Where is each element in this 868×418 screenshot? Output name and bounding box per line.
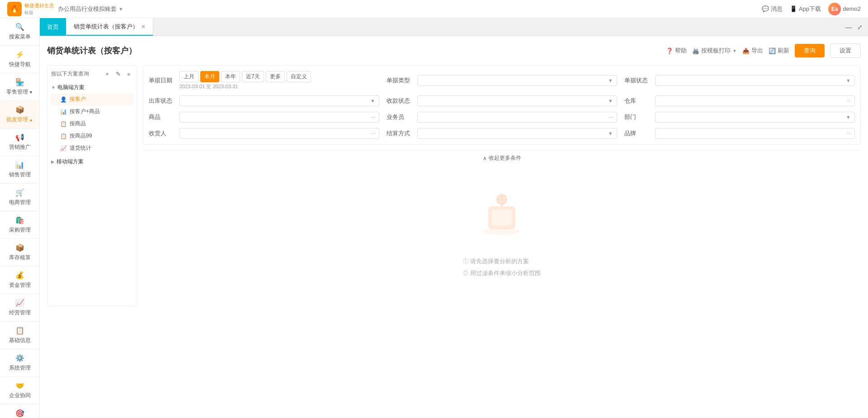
scheme-collapse-button[interactable]: « <box>124 69 133 78</box>
brand-ellipsis-icon: ··· <box>847 131 851 136</box>
salesperson-input[interactable]: ··· <box>417 112 617 123</box>
settlement-input[interactable]: ▼ <box>417 128 617 139</box>
sidebar-item-retail[interactable]: 🏪 零售管理 ▼ <box>0 73 39 101</box>
consignee-input[interactable]: ··· <box>179 128 379 139</box>
quick-nav-icon: ⚡ <box>15 50 24 59</box>
export-button[interactable]: 📤 导出 <box>742 47 763 55</box>
scheme-item-returns[interactable]: 📈 退货统计 <box>51 142 133 154</box>
sidebar-item-quick-nav[interactable]: ⚡ 快捷导航 <box>0 46 39 73</box>
salesperson-ellipsis-icon: ··· <box>609 114 613 120</box>
sidebar-item-ecommerce[interactable]: 🛒 电商管理 <box>0 184 39 211</box>
scheme-edit-button[interactable]: ✎ <box>113 69 123 78</box>
wholesale-icon: 📦 <box>15 105 24 114</box>
print-button[interactable]: 🖨️ 按模板打印 ▼ <box>692 47 737 55</box>
goods-ellipsis-icon: ··· <box>371 114 375 120</box>
date-btn-more[interactable]: 更多 <box>266 71 285 82</box>
svg-point-3 <box>496 194 507 205</box>
doc-type-arrow-icon: ▼ <box>608 78 613 83</box>
sidebar-item-inventory[interactable]: 📦 库存核算 <box>0 239 39 266</box>
current-tab-label: 销货单统计表（按客户） <box>74 23 138 31</box>
filter-row-salesperson: 业务员 ··· <box>387 112 617 123</box>
settings-button[interactable]: 设置 <box>830 43 861 58</box>
sidebar-item-collab[interactable]: 🤝 企业协同 <box>0 377 39 404</box>
sidebar-finance-label: 资金管理 <box>9 281 31 289</box>
date-btn-last-month[interactable]: 上月 <box>179 71 198 82</box>
sidebar-item-newbie[interactable]: 🎯 新手引导 <box>0 404 39 418</box>
filter-row-doc-type: 单据类型 ▼ <box>387 71 617 90</box>
message-button[interactable]: 💬 消息 <box>762 5 783 13</box>
customer-scheme-icon: 👤 <box>60 96 67 103</box>
refresh-button[interactable]: 🔄 刷新 <box>769 47 789 55</box>
search-icon: 🔍 <box>15 23 24 31</box>
sidebar-item-search[interactable]: 🔍 搜索菜单 <box>0 18 39 46</box>
app-download-button[interactable]: 📱 App下载 <box>790 5 821 13</box>
scheme-item-by-goods[interactable]: 📋 按商品 <box>51 118 133 130</box>
sidebar-system-label: 系统管理 <box>9 364 31 372</box>
sidebar-item-wholesale[interactable]: 📦 批发管理 ▲ <box>0 101 39 128</box>
brand-label: 品牌 <box>624 129 651 138</box>
warehouse-ellipsis-icon: ··· <box>847 98 851 104</box>
tab-current[interactable]: 销货单统计表（按客户） ✕ <box>66 18 153 36</box>
department-input[interactable]: ▼ <box>655 112 855 123</box>
sidebar-collab-label: 企业协同 <box>9 392 31 399</box>
inventory-icon: 📦 <box>15 243 24 252</box>
goods-icon: 📋 <box>60 121 67 127</box>
receipt-input[interactable]: ▼ <box>417 95 617 106</box>
tab-expand-button[interactable]: ⤢ <box>855 23 864 32</box>
goods-label: 按商品 <box>70 120 86 128</box>
date-btn-7days[interactable]: 近7天 <box>242 71 264 82</box>
goods-input[interactable]: ··· <box>179 112 379 123</box>
scheme-add-button[interactable]: + <box>103 69 112 78</box>
doc-type-input[interactable]: ▼ <box>417 75 617 86</box>
scheme-item-by-goods99[interactable]: 📋 按商品99 <box>51 130 133 142</box>
ecommerce-icon: 🛒 <box>15 188 24 197</box>
sidebar-item-operations[interactable]: 📈 经营管理 <box>0 294 39 322</box>
warehouse-input[interactable]: ··· <box>655 95 855 106</box>
goods-filter-label: 商品 <box>149 113 176 121</box>
returns-label: 退货统计 <box>70 144 91 152</box>
print-label: 按模板打印 <box>701 47 731 55</box>
sidebar-item-system[interactable]: ⚙️ 系统管理 <box>0 349 39 377</box>
sidebar-item-marketing[interactable]: 📢 营销推广 <box>0 128 39 156</box>
help-button[interactable]: ❓ 帮助 <box>666 47 687 55</box>
doc-type-label: 单据类型 <box>387 76 414 85</box>
top-header: 🔥 畅捷通好生意标版 办公用品行业模拟账套 ▼ 💬 消息 📱 App下载 Ea … <box>0 0 868 18</box>
scheme-panel-header: 按以下方案查询 + ✎ « <box>51 69 133 78</box>
desktop-group-arrow-icon: ▼ <box>51 85 56 90</box>
query-button[interactable]: 查询 <box>795 44 825 57</box>
date-btn-this-year[interactable]: 本年 <box>221 71 240 82</box>
filter-row-brand: 品牌 ··· <box>624 128 855 139</box>
filter-row-receipt: 收款状态 ▼ <box>387 95 617 106</box>
brand-input[interactable]: ··· <box>655 128 855 139</box>
content-area: 首页 销货单统计表（按客户） ✕ — ⤢ 销货单统计表（按客户） ❓ 帮助 <box>40 18 868 418</box>
doc-status-label: 单据状态 <box>624 76 651 85</box>
sidebar-item-sales[interactable]: 📊 销售管理 <box>0 156 39 184</box>
scheme-group-mobile-header[interactable]: ▶ 移动端方案 <box>51 156 133 167</box>
consignee-ellipsis-icon: ··· <box>371 131 375 136</box>
empty-hint-1: 请先选择要分析的方案 <box>463 256 541 267</box>
svg-rect-2 <box>492 210 512 225</box>
sidebar-item-basic-info[interactable]: 📋 基础信息 <box>0 322 39 349</box>
sidebar-operations-label: 经营管理 <box>9 309 31 317</box>
logo-area: 🔥 畅捷通好生意标版 <box>7 2 54 16</box>
collapse-bar[interactable]: ∧ 收起更多条件 <box>143 150 861 166</box>
scheme-item-by-customer[interactable]: 👤 按客户 <box>51 93 133 105</box>
date-btn-custom[interactable]: 自定义 <box>287 71 311 82</box>
sidebar-inventory-label: 库存核算 <box>9 254 31 261</box>
customer-goods-label: 按客户+商品 <box>70 108 100 115</box>
tab-home[interactable]: 首页 <box>40 18 66 36</box>
date-btn-this-month[interactable]: 本月 <box>200 71 219 82</box>
scheme-group-desktop-header[interactable]: ▼ 电脑端方案 <box>51 82 133 93</box>
tab-close-button[interactable]: ✕ <box>141 24 146 30</box>
sidebar-item-purchase[interactable]: 🛍️ 采购管理 <box>0 211 39 239</box>
stock-out-input[interactable]: ▼ <box>179 95 379 106</box>
purchase-icon: 🛍️ <box>15 216 24 224</box>
user-menu[interactable]: Ea demo2 <box>828 3 861 15</box>
tab-minimize-button[interactable]: — <box>844 23 854 32</box>
sidebar-wholesale-label: 批发管理 <box>6 116 28 124</box>
scheme-item-by-customer-goods[interactable]: 📊 按客户+商品 <box>51 105 133 118</box>
filter-row-doc-status: 单据状态 ▼ <box>624 71 855 90</box>
doc-status-input[interactable]: ▼ <box>655 75 855 86</box>
sidebar-item-finance[interactable]: 💰 资金管理 <box>0 266 39 294</box>
date-label: 单据日期 <box>149 76 176 85</box>
